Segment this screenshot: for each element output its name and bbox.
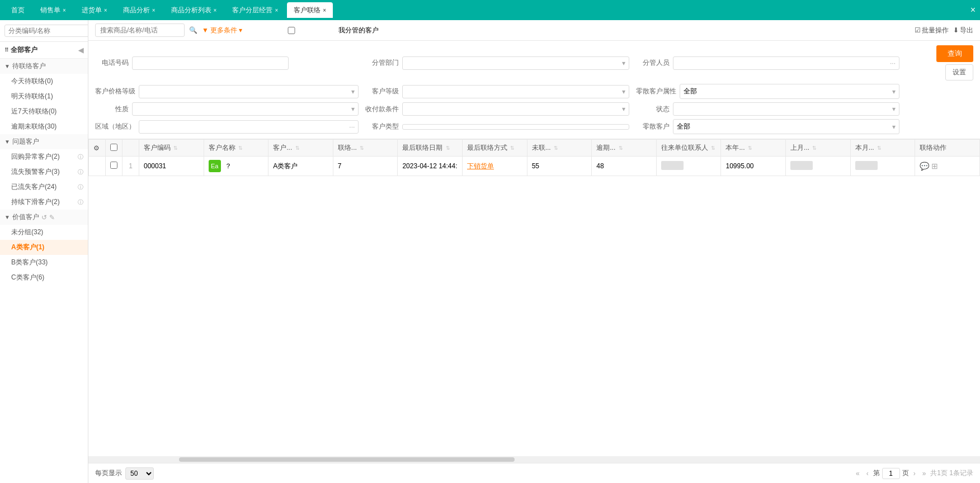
td-last-method[interactable]: 下销货单	[463, 157, 527, 176]
th-code[interactable]: 客户编码 ⇅	[139, 140, 204, 157]
status-label: 状态	[636, 105, 670, 114]
sidebar-group-value[interactable]: ▼ 价值客户 ↺ ✎	[0, 210, 88, 225]
sidebar-item-class-a[interactable]: A类客户(1)	[0, 240, 88, 255]
sort-unit-contact-icon[interactable]: ⇅	[711, 145, 715, 151]
sort-name-icon[interactable]: ⇅	[238, 145, 243, 151]
sidebar-collapse-icon[interactable]: ◀	[78, 46, 83, 54]
th-contact[interactable]: 联络... ⇅	[333, 140, 398, 157]
sidebar-item-declining[interactable]: 持续下滑客户(2) ⓘ	[0, 195, 88, 210]
next-page-button[interactable]: ›	[911, 470, 918, 477]
sidebar-group-problem[interactable]: ▼ 问题客户	[0, 134, 88, 149]
sidebar-item-churned-label: 已流失客户(24)	[11, 182, 56, 192]
nav-tab-customer-contact[interactable]: 客户联络 ×	[287, 2, 333, 18]
th-last-month[interactable]: 上月... ⇅	[786, 140, 851, 157]
sidebar-item-7days[interactable]: 近7天待联络(0)	[0, 104, 88, 119]
customer-type-select[interactable]	[402, 124, 629, 130]
select-all-checkbox[interactable]	[110, 144, 117, 151]
customer-level-select[interactable]: ▾	[402, 85, 629, 98]
th-gear[interactable]: ⚙	[89, 140, 106, 157]
nav-tab-customer-segment[interactable]: 客户分层经营 ×	[225, 2, 285, 18]
sidebar-item-churn-warning[interactable]: 流失预警客户(3) ⓘ	[0, 164, 88, 179]
sort-last-month-icon[interactable]: ⇅	[812, 145, 817, 151]
sidebar-group-pending-label: 待联络客户	[12, 61, 46, 71]
sidebar-search-input[interactable]	[4, 25, 88, 37]
scroll-thumb[interactable]	[179, 457, 515, 462]
sidebar-item-churned[interactable]: 已流失客户(24) ⓘ	[0, 179, 88, 195]
sidebar-item-repurchase-abnormal[interactable]: 回购异常客户(2) ⓘ	[0, 149, 88, 164]
th-uncontact[interactable]: 未联... ⇅	[527, 140, 592, 157]
nav-tab-customer-segment-close[interactable]: ×	[275, 7, 278, 13]
value-refresh-icon[interactable]: ↺	[41, 214, 47, 221]
sort-last-date-icon[interactable]: ⇅	[446, 145, 450, 151]
th-unit-contact[interactable]: 往来单位联系人 ⇅	[656, 140, 721, 157]
sidebar-item-overdue[interactable]: 逾期未联络(30)	[0, 119, 88, 134]
qr-icon[interactable]: ⊞	[931, 162, 938, 171]
sidebar-item-class-b[interactable]: B类客户(33)	[0, 255, 88, 270]
sidebar-group-pending[interactable]: ▼ 待联络客户	[0, 59, 88, 74]
first-page-button[interactable]: «	[854, 470, 862, 477]
query-button[interactable]: 查询	[936, 45, 973, 62]
page-number-input[interactable]	[882, 468, 900, 479]
search-input[interactable]	[95, 23, 185, 37]
row-checkbox[interactable]	[110, 162, 117, 169]
sort-contact-icon[interactable]: ⇅	[360, 145, 364, 151]
per-page-select[interactable]: 50 100 200	[125, 467, 154, 480]
my-customers-checkbox[interactable]	[247, 27, 336, 34]
sidebar-item-class-c[interactable]: C类客户(6)	[0, 270, 88, 285]
status-select[interactable]: ▾	[673, 102, 899, 116]
sort-uncontact-icon[interactable]: ⇅	[554, 145, 558, 151]
sidebar-item-unclassified[interactable]: 未分组(32)	[0, 225, 88, 240]
nav-tab-analysis-close[interactable]: ×	[152, 7, 156, 13]
nav-tab-analysis-list-close[interactable]: ×	[214, 7, 217, 13]
nav-tab-sales[interactable]: 销售单 ×	[34, 2, 73, 18]
payment-select[interactable]: ▾	[402, 102, 629, 116]
sort-this-year-icon[interactable]: ⇅	[748, 145, 752, 151]
close-all-button[interactable]: ×	[970, 5, 976, 15]
chat-icon[interactable]: 💬	[920, 162, 929, 171]
nav-tab-purchase-close[interactable]: ×	[104, 7, 107, 13]
th-overdue[interactable]: 逾期... ⇅	[592, 140, 657, 157]
sort-code-icon[interactable]: ⇅	[173, 145, 178, 151]
sort-this-month-icon[interactable]: ⇅	[877, 145, 882, 151]
nature-label: 性质	[95, 105, 129, 114]
batch-op-button[interactable]: ☑ 批量操作	[915, 26, 949, 35]
nav-tab-purchase[interactable]: 进货单 ×	[75, 2, 114, 18]
search-button[interactable]: 🔍	[189, 26, 197, 34]
th-this-year[interactable]: 本年... ⇅	[721, 140, 786, 157]
retail-attr-select[interactable]: 全部 ▾	[680, 84, 899, 99]
prev-page-button[interactable]: ‹	[864, 470, 871, 477]
nav-tab-analysis-list[interactable]: 商品分析列表 ×	[164, 2, 224, 18]
last-method-link[interactable]: 下销货单	[467, 162, 494, 170]
value-edit-icon[interactable]: ✎	[49, 214, 55, 221]
nav-home[interactable]: 首页	[4, 2, 31, 18]
manager-select[interactable]: ···	[673, 56, 899, 70]
phone-input[interactable]	[132, 56, 289, 70]
my-customers-checkbox-area[interactable]: 我分管的客户	[247, 26, 379, 35]
th-name[interactable]: 客户名称 ⇅	[204, 140, 268, 157]
nav-tab-sales-close[interactable]: ×	[63, 7, 66, 13]
nav-tab-analysis[interactable]: 商品分析 ×	[116, 2, 162, 18]
nav-tab-customer-contact-close[interactable]: ×	[323, 7, 326, 13]
sidebar-item-tomorrow[interactable]: 明天待联络(1)	[0, 89, 88, 104]
region-select[interactable]: ···	[139, 120, 359, 134]
gear-icon[interactable]: ⚙	[93, 144, 100, 152]
arrow-down-icon-2: ▼	[4, 139, 10, 145]
th-category[interactable]: 客户... ⇅	[268, 140, 333, 157]
sort-category-icon[interactable]: ⇅	[295, 145, 300, 151]
last-page-button[interactable]: »	[920, 470, 929, 477]
price-level-select[interactable]: ▾	[139, 85, 359, 98]
th-last-method[interactable]: 最后联络方式 ⇅	[463, 140, 527, 157]
th-this-month[interactable]: 本月... ⇅	[850, 140, 915, 157]
th-last-date[interactable]: 最后联络日期 ⇅	[398, 140, 463, 157]
horizontal-scrollbar[interactable]	[88, 456, 980, 463]
nature-select[interactable]: ▾	[132, 102, 359, 116]
export-button[interactable]: ⬇ 导出	[953, 26, 973, 35]
sidebar-item-today[interactable]: 今天待联络(0)	[0, 74, 88, 89]
sort-last-method-icon[interactable]: ⇅	[510, 145, 515, 151]
retail-select[interactable]: 全部 ▾	[673, 119, 899, 134]
sort-overdue-icon[interactable]: ⇅	[619, 145, 623, 151]
dept-select[interactable]: ▾	[402, 56, 629, 70]
settings-button[interactable]: 设置	[945, 64, 973, 80]
sidebar-all-customers[interactable]: ⠿ 全部客户 ◀	[0, 42, 88, 59]
more-conditions-button[interactable]: ▼ 更多条件 ▾	[202, 26, 242, 35]
